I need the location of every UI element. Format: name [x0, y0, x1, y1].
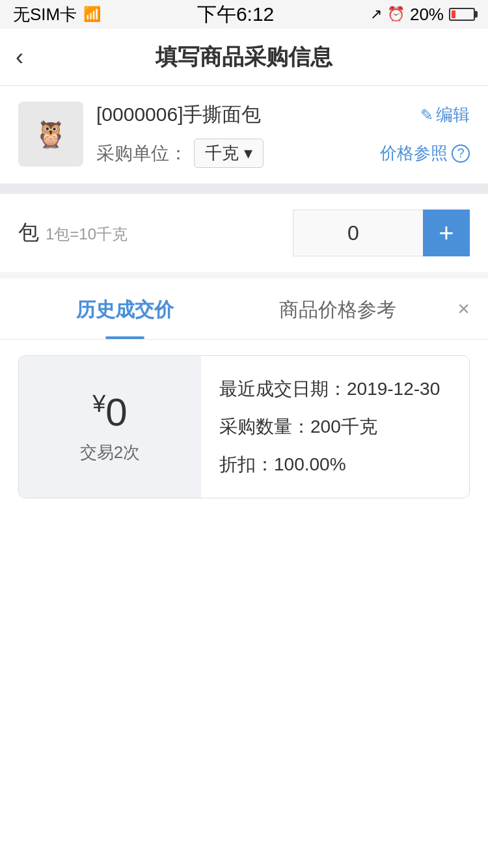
history-price-value: ¥0 [92, 390, 127, 435]
dropdown-arrow-icon: ▾ [244, 143, 252, 163]
back-button[interactable]: ‹ [16, 44, 23, 71]
unit-label: 采购单位： [96, 141, 187, 166]
history-card: ¥0 交易2次 最近成交日期：2019-12-30 采购数量：200千克 折扣：… [18, 355, 470, 498]
currency-symbol: ¥ [92, 390, 105, 417]
page-title: 填写商品采购信息 [156, 42, 332, 72]
alarm-icon: ⏰ [387, 6, 405, 23]
edit-button[interactable]: ✎ 编辑 [420, 103, 470, 126]
product-top: 🦉 [0000006]手撕面包 ✎ 编辑 采购单位： 千克 ▾ [18, 102, 470, 168]
wifi-icon: 📶 [83, 6, 101, 23]
price-ref-label: 价格参照 [380, 142, 448, 165]
recent-date-row: 最近成交日期：2019-12-30 [219, 375, 451, 403]
quantity-hint: 1包=10千克 [46, 224, 128, 245]
quantity-input[interactable] [293, 210, 423, 256]
content-area [0, 514, 488, 868]
product-name: [0000006]手撕面包 [96, 102, 261, 128]
edit-label: 编辑 [436, 103, 470, 126]
history-details-right: 最近成交日期：2019-12-30 采购数量：200千克 折扣：100.00% [201, 356, 469, 498]
quantity-left: 包 1包=10千克 [18, 219, 128, 247]
status-time: 下午6:12 [197, 1, 274, 28]
status-right: ↗ ⏰ 20% [370, 5, 475, 25]
battery-icon [449, 8, 475, 21]
history-price-left: ¥0 交易2次 [19, 356, 201, 498]
discount-label: 折扣： [219, 454, 274, 474]
section-divider [0, 183, 488, 194]
product-unit-row: 采购单位： 千克 ▾ 价格参照 ? [96, 139, 470, 168]
quantity-unit: 包 [18, 219, 39, 247]
quantity-control: + [293, 210, 470, 256]
purchase-qty-label: 采购数量： [219, 416, 310, 437]
nav-bar: ‹ 填写商品采购信息 [0, 29, 488, 86]
quantity-plus-button[interactable]: + [423, 210, 470, 256]
tab-product-price-ref[interactable]: 商品价格参考 [232, 278, 445, 339]
tab-history-price[interactable]: 历史成交价 [18, 278, 232, 339]
carrier-label: 无SIM卡 [13, 3, 77, 26]
discount-row: 折扣：100.00% [219, 451, 451, 478]
panel-tabs: 历史成交价 商品价格参考 × [0, 278, 488, 340]
unit-selector-group: 采购单位： 千克 ▾ [96, 139, 264, 168]
purchase-qty-row: 采购数量：200千克 [219, 413, 451, 441]
unit-select[interactable]: 千克 ▾ [194, 139, 264, 168]
trade-count: 交易2次 [80, 441, 140, 464]
location-icon: ↗ [370, 6, 382, 23]
status-left: 无SIM卡 📶 [13, 3, 101, 26]
product-info: [0000006]手撕面包 ✎ 编辑 采购单位： 千克 ▾ 价格参照 ? [96, 102, 470, 168]
status-bar: 无SIM卡 📶 下午6:12 ↗ ⏰ 20% [0, 0, 488, 29]
price-panel: 历史成交价 商品价格参考 × ¥0 交易2次 最近成交日期：2019-12-30… [0, 278, 488, 868]
product-card: 🦉 [0000006]手撕面包 ✎ 编辑 采购单位： 千克 ▾ [0, 86, 488, 183]
panel-close-button[interactable]: × [444, 284, 470, 334]
battery-percent: 20% [410, 5, 444, 25]
product-thumbnail: 🦉 [34, 119, 67, 150]
purchase-qty-value: 200千克 [310, 416, 377, 437]
edit-icon: ✎ [420, 106, 433, 124]
price-reference-button[interactable]: 价格参照 ? [380, 142, 470, 165]
recent-date-value: 2019-12-30 [347, 379, 440, 399]
product-image: 🦉 [18, 102, 83, 167]
discount-value: 100.00% [274, 454, 346, 474]
recent-date-label: 最近成交日期： [219, 379, 347, 399]
quantity-row: 包 1包=10千克 + [0, 194, 488, 272]
unit-value: 千克 [205, 142, 239, 165]
product-name-row: [0000006]手撕面包 ✎ 编辑 [96, 102, 470, 128]
help-icon: ? [452, 144, 470, 163]
